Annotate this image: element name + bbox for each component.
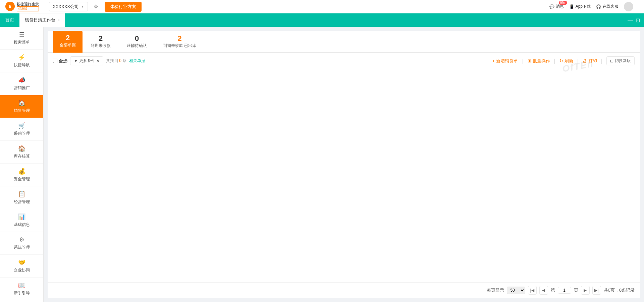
page-label-first: 第 [551,287,555,293]
table-area [48,69,640,282]
stat-wangwang-count: 0 [135,34,139,43]
sidebar-item-sales-label: 销售管理 [14,108,30,114]
sidebar-item-guide[interactable]: 📖 新手引导 [0,278,43,300]
pagination-bar: 每页显示 50 100 200 |◀ ◀ 第 页 ▶ ▶| 共0页，0条记录 [48,282,640,298]
sidebar-item-system[interactable]: ⚙ 系统管理 [0,232,43,255]
tab-work[interactable]: 钱货日清工作台 × [19,13,65,27]
logo-badge: 标准版 [17,6,39,11]
top-right-area: 💬 消息 99+ 📱 App下载 🎧 在线客服 [549,2,639,11]
divider3: | [577,58,579,64]
inventory-icon: 🏠 [18,145,25,152]
select-all-input[interactable] [53,59,57,63]
operations-icon: 📋 [18,190,25,198]
stat-overdue-out-label: 到期未收款 已出库 [163,43,196,49]
filter-icon: ▼ [74,59,78,63]
switch-label: 切换新版 [615,58,631,64]
tab-home[interactable]: 首页 [0,13,19,27]
sidebar-item-purchase-label: 采购管理 [14,131,30,136]
page-size-label: 每页显示 [487,287,504,293]
prev-page-btn[interactable]: ◀ [539,286,548,295]
sidebar-item-purchase[interactable]: 🛒 采购管理 [0,118,43,141]
stat-tab-all[interactable]: 2 全部单据 [53,31,83,53]
settings-button[interactable]: ⚙ [91,1,101,12]
more-filter-btn[interactable]: ▼ 更多条件 ∨ [70,56,103,65]
related-orders-link[interactable]: 相关单据 [129,58,145,64]
last-page-btn[interactable]: ▶| [592,286,601,295]
app-download-icon: 📱 [569,4,574,9]
batch-label: 批量操作 [533,58,550,64]
select-all-checkbox[interactable]: 全选 [53,58,67,64]
app-download-label: App下载 [576,4,591,9]
sidebar-item-system-label: 系统管理 [14,245,30,250]
batch-icon: ⊞ [528,58,531,63]
sidebar-item-quick-nav[interactable]: ⚡ 快捷导航 [0,50,43,72]
filter-label: 更多条件 [79,58,95,64]
sidebar-item-sales[interactable]: 🏠 销售管理 [0,95,43,118]
quick-nav-icon: ⚡ [18,54,25,61]
tab-bar-right: — ⊡ [628,17,644,23]
switch-version-btn[interactable]: ⊟ 切换新版 [606,56,635,65]
divider2: | [554,58,555,64]
company-name: XXXXXX公司 [53,4,79,10]
print-btn[interactable]: 🖨 打印 [583,58,597,64]
page-label-page: 页 [574,287,578,293]
experience-btn[interactable]: 体验行业方案 [105,2,142,12]
service-label: 在线客服 [602,4,619,9]
app-download-btn[interactable]: 📱 App下载 [569,4,591,9]
first-page-btn[interactable]: |◀ [528,286,537,295]
sidebar-item-enterprise[interactable]: 🤝 企业协同 [0,255,43,278]
stat-overdue-label: 到期未收款 [91,43,111,49]
stat-tab-overdue[interactable]: 2 到期未收款 [83,31,119,53]
company-selector[interactable]: XXXXXX公司 ▼ [49,2,88,11]
logo-area: 6 畅捷通好生意 标准版 [5,2,49,11]
page-size-select[interactable]: 50 100 200 [507,287,525,294]
found-count: 0 [119,58,121,63]
add-order-btn[interactable]: + 新增销货单 [492,58,518,64]
logo-text-area: 畅捷通好生意 标准版 [17,2,39,11]
sidebar-item-marketing[interactable]: 📣 营销推广 [0,72,43,95]
tab-maximize-icon[interactable]: ⊡ [636,17,640,23]
sidebar-item-finance[interactable]: 💰 资金管理 [0,164,43,186]
top-bar: 6 畅捷通好生意 标准版 XXXXXX公司 ▼ ⚙ 体验行业方案 💬 消息 99… [0,0,644,13]
sidebar-item-quick-nav-label: 快捷导航 [14,62,30,68]
sidebar-item-inventory-label: 库存核算 [14,154,30,159]
stat-all-count: 2 [66,34,70,42]
refresh-btn[interactable]: ↻ 刷新 [559,58,573,64]
switch-icon: ⊟ [610,59,613,63]
tab-work-close-icon[interactable]: × [57,18,60,22]
message-badge: 99+ [559,1,567,5]
message-button[interactable]: 💬 消息 99+ [549,4,564,9]
content-area: 2 全部单据 2 到期未收款 0 旺辅待确认 2 到期未收款 已出库 全选 [44,27,644,302]
sidebar-item-app-center[interactable]: 📦 应用中心 [0,300,43,302]
refresh-icon: ↻ [559,58,563,63]
enterprise-icon: 🤝 [18,259,25,266]
avatar[interactable] [624,2,633,11]
system-icon: ⚙ [19,236,24,243]
sidebar-item-search-menu[interactable]: ☰ 搜索菜单 [0,27,43,50]
batch-operation-btn[interactable]: ⊞ 批量操作 [528,58,550,64]
next-page-btn[interactable]: ▶ [581,286,590,295]
main-layout: ☰ 搜索菜单 ⚡ 快捷导航 📣 营销推广 🏠 销售管理 🛒 采购管理 🏠 库存核… [0,27,644,302]
basic-icon: 📊 [18,213,25,221]
sales-icon: 🏠 [18,99,25,107]
nav-tabs-bar: 首页 钱货日清工作台 × — ⊡ [0,13,644,27]
add-btn-label: 新增销货单 [496,58,518,64]
sidebar-item-operations[interactable]: 📋 经营管理 [0,186,43,209]
found-text: 共找到 0 条 [106,58,126,64]
stat-tab-overdue-out[interactable]: 2 到期未收款 已出库 [155,31,204,53]
logo-title: 畅捷通好生意 [17,2,39,6]
tab-minimize-icon[interactable]: — [628,17,633,23]
sidebar-item-basic[interactable]: 📊 基础信息 [0,209,43,232]
stat-tab-wangwang[interactable]: 0 旺辅待确认 [119,31,155,53]
sidebar-item-inventory[interactable]: 🏠 库存核算 [0,141,43,164]
total-info: 共0页，0条记录 [604,287,635,293]
search-menu-icon: ☰ [19,31,24,38]
online-service-btn[interactable]: 🎧 在线客服 [596,4,619,9]
purchase-icon: 🛒 [18,122,25,129]
finance-icon: 💰 [18,168,25,175]
divider1: | [522,58,523,64]
sidebar-item-guide-label: 新手引导 [14,290,30,296]
page-input[interactable] [558,287,571,294]
sidebar-item-basic-label: 基础信息 [14,222,30,228]
stat-tabs: 2 全部单据 2 到期未收款 0 旺辅待确认 2 到期未收款 已出库 [48,31,640,53]
